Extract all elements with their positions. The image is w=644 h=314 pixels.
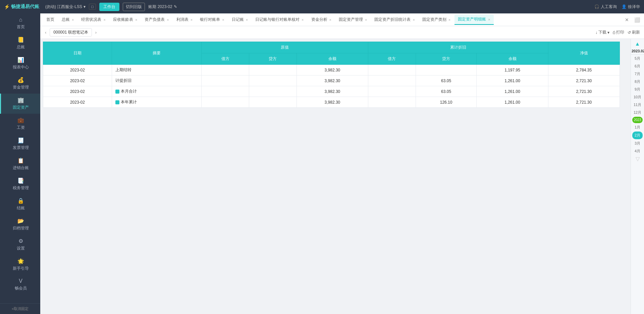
download-button[interactable]: ↓ 下载 ▾ <box>595 30 609 35</box>
col-date: 日期 <box>43 42 112 65</box>
tab-fa-category-close[interactable]: × <box>448 18 450 22</box>
sidebar-item-reports[interactable]: 📊 报表中心 <box>0 53 40 73</box>
sidebar-item-salary[interactable]: 💼 工资 <box>0 114 40 134</box>
timeline-month-4[interactable]: 4月 <box>631 147 644 155</box>
sidebar-item-home[interactable]: ⌂ 首页 <box>0 13 40 33</box>
tab-fa-detail[interactable]: 固定资产明细账 × <box>454 14 493 25</box>
tax-icon: 📑 <box>17 177 24 184</box>
sidebar-item-sales[interactable]: 📋 进销台账 <box>0 154 40 174</box>
nav-back-button[interactable]: ‹ <box>44 29 47 36</box>
sidebar-item-newbie[interactable]: 🌟 新手引导 <box>0 255 40 275</box>
tab-bank-close[interactable]: × <box>222 18 224 22</box>
col-summary: 摘要 <box>112 42 202 65</box>
sidebar-item-ledger[interactable]: 📒 总账 <box>0 33 40 53</box>
tab-journal[interactable]: 日记账 × <box>228 15 251 24</box>
timeline-month-8[interactable]: 8月 <box>631 78 644 86</box>
tab-receivable-label: 应收账龄表 <box>113 17 133 22</box>
tab-balance-close[interactable]: × <box>167 18 169 22</box>
switch-version-button[interactable]: 切到旧版 <box>123 3 145 11</box>
cell-acc-balance: 1,261.00 <box>477 75 548 86</box>
refresh-button[interactable]: ↺ 刷新 <box>628 30 640 35</box>
cell-acc-debit <box>368 97 416 108</box>
timeline-year-2023-top: 2023.02 <box>631 48 644 55</box>
tab-ledger-close[interactable]: × <box>72 18 74 22</box>
timeline-month-2[interactable]: 2月 <box>632 132 643 139</box>
service-button[interactable]: 🎧 人工客询 <box>594 4 617 10</box>
close-all-tabs-button[interactable]: ✕ <box>624 16 630 23</box>
timeline-month-5[interactable]: 5月 <box>631 55 644 62</box>
cell-orig-debit <box>202 97 249 108</box>
download-label: 下载 <box>598 30 606 35</box>
col-acc-balance: 余额 <box>477 53 548 65</box>
tab-fa-depreciation[interactable]: 固定资产折旧统计表 × <box>371 15 418 24</box>
tab-profit[interactable]: 利润表 × <box>173 15 196 24</box>
tab-business[interactable]: 经营状况表 × <box>78 15 109 24</box>
timeline-month-12[interactable]: 12月 <box>631 109 644 116</box>
timeline-month-11[interactable]: 11月 <box>631 101 644 109</box>
user-profile[interactable]: 👤 徐泽华 <box>622 4 640 10</box>
download-icon: ↓ <box>595 30 597 35</box>
timeline-month-7[interactable]: 7月 <box>631 70 644 78</box>
tab-journal-close[interactable]: × <box>246 18 248 22</box>
tab-bank[interactable]: 银行对账单 × <box>197 15 227 24</box>
tab-ledger[interactable]: 总账 × <box>58 15 77 24</box>
sidebar-item-fund[interactable]: 💰 资金管理 <box>0 73 40 94</box>
maximize-button[interactable]: ⬜ <box>633 16 641 23</box>
tab-fa-manage-close[interactable]: × <box>365 18 367 22</box>
tab-business-close[interactable]: × <box>103 18 105 22</box>
tab-fa-manage[interactable]: 固定资产管理 × <box>335 15 370 24</box>
sidebar-item-label: 归档管理 <box>13 225 29 231</box>
timeline-month-6[interactable]: 6月 <box>631 62 644 70</box>
tab-fa-category[interactable]: 固定资产类别 × <box>419 15 454 24</box>
cell-orig-balance: 3,982.30 <box>297 97 368 108</box>
print-button[interactable]: ⎙ 打印 <box>613 30 624 35</box>
col-acc-debit: 借方 <box>368 53 416 65</box>
cell-orig-balance: 3,982.30 <box>297 75 368 86</box>
tab-reconcile[interactable]: 日记账与银行对账单核对 × <box>252 15 307 24</box>
sidebar-unpin-button[interactable]: «取消固定 <box>0 303 40 314</box>
company-selector[interactable]: (勿动) 江西服业-LSS ▾ <box>45 4 86 10</box>
timeline-month-1[interactable]: 1月 <box>631 123 644 131</box>
tab-profit-close[interactable]: × <box>191 18 193 22</box>
sidebar-item-archive[interactable]: 📂 归档管理 <box>0 214 40 234</box>
sidebar-item-invoice[interactable]: 🧾 发票管理 <box>0 134 40 154</box>
cell-orig-debit <box>202 86 249 97</box>
cell-acc-debit <box>368 65 416 75</box>
sidebar-item-tax[interactable]: 📑 税务管理 <box>0 174 40 194</box>
cell-acc-debit <box>368 86 416 97</box>
headset-icon: 🎧 <box>594 4 599 9</box>
timeline-month-10[interactable]: 10月 <box>631 93 644 101</box>
sidebar-item-fixed-assets[interactable]: 🏢 固定资产 <box>0 94 40 114</box>
nav-forward-button[interactable]: › <box>95 29 97 36</box>
tab-fa-detail-close[interactable]: × <box>488 17 490 21</box>
timeline-month-3[interactable]: 3月 <box>631 140 644 147</box>
timeline-scroll-up[interactable]: ▲ <box>634 40 641 48</box>
tab-fund-analysis[interactable]: 资金分析 × <box>308 15 335 24</box>
settings-icon: ⚙ <box>18 238 23 244</box>
sidebar-item-settings[interactable]: ⚙ 设置 <box>0 234 40 255</box>
timeline-month-9[interactable]: 9月 <box>631 86 644 93</box>
sidebar-item-member[interactable]: V 畅会员 <box>0 275 40 295</box>
tab-reconcile-close[interactable]: × <box>302 18 304 22</box>
cell-orig-debit <box>202 75 249 86</box>
tab-balance[interactable]: 资产负债表 × <box>141 15 172 24</box>
sidebar-item-close[interactable]: 🔒 结账 <box>0 194 40 214</box>
timeline-scroll-down[interactable]: ▽ <box>635 155 640 163</box>
tab-fa-depreciation-close[interactable]: × <box>413 18 415 22</box>
copy-button[interactable]: □ <box>89 4 96 10</box>
fixed-assets-icon: 🏢 <box>17 97 24 103</box>
close-period-icon: 🔒 <box>17 198 24 204</box>
table-row: 2023-02 本年累计 3,982.30 126.10 1,261.00 2,… <box>43 97 620 108</box>
tab-fund-analysis-close[interactable]: × <box>329 18 331 22</box>
cell-acc-credit: 126.10 <box>416 97 477 108</box>
cell-summary: 上期结转 <box>112 65 202 75</box>
period-edit-icon[interactable]: ✎ <box>174 4 177 9</box>
table-row: 2023-02 本月合计 3,982.30 63.05 1,261.00 2,7… <box>43 86 620 97</box>
tab-fa-depreciation-label: 固定资产折旧统计表 <box>374 17 411 22</box>
tab-home[interactable]: 首页 <box>43 15 58 24</box>
col-orig-debit: 借方 <box>202 53 249 65</box>
timeline-year-marker-2023[interactable]: 2023 <box>632 117 643 123</box>
tab-receivable[interactable]: 应收账龄表 × <box>110 15 141 24</box>
workbench-button[interactable]: 工作台 <box>99 3 119 11</box>
tab-receivable-close[interactable]: × <box>135 18 137 22</box>
